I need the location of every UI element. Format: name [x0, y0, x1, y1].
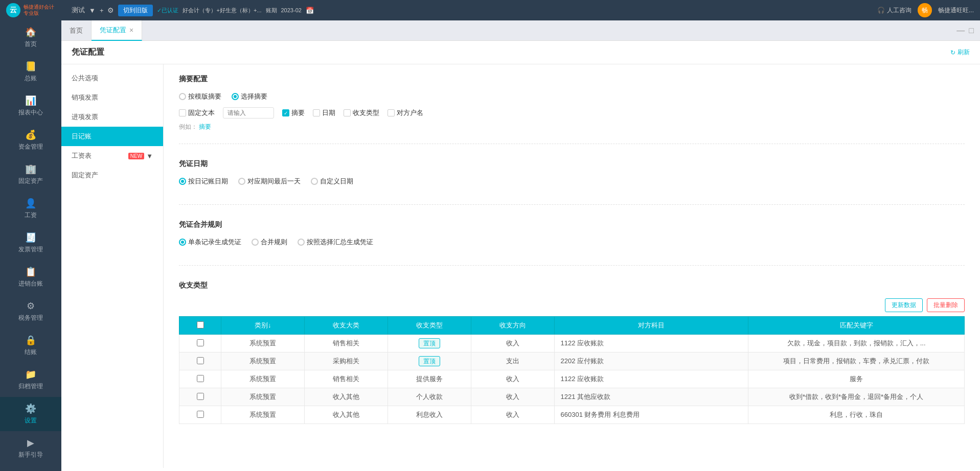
checkbox-pay-type[interactable]: 收支类型 — [344, 108, 379, 117]
top-header: 云 畅捷通好会计 专业版 测试 ▼ + ⚙ 切到旧版 ✓已认证 好会计（专）+好… — [0, 0, 980, 20]
radio-circle-template — [179, 93, 186, 100]
headphone-icon: 🎧 — [877, 7, 885, 14]
tab-actions: — □ — [956, 26, 980, 35]
row-checkbox-1 — [179, 352, 221, 370]
dropdown-arrow-icon[interactable]: ▼ — [89, 7, 96, 14]
sidebar-item-funds[interactable]: 💰 资金管理 — [0, 123, 61, 157]
table-actions: 更新数据 批量删除 — [179, 298, 965, 312]
switch-version-button[interactable]: 切到旧版 — [118, 5, 153, 16]
row-select-1[interactable] — [197, 357, 204, 364]
row-type-4: 利息收入 — [388, 406, 471, 424]
batch-delete-button[interactable]: 批量删除 — [927, 298, 965, 312]
radio-period-last[interactable]: 对应期间最后一天 — [238, 177, 301, 186]
col-major: 收支大类 — [305, 317, 388, 335]
maximize-button[interactable]: □ — [969, 26, 974, 35]
date-radio-group: 按日记账日期 对应期间最后一天 自定义日期 — [179, 177, 965, 186]
radio-journal-date[interactable]: 按日记账日期 — [179, 177, 228, 186]
table-row: 系统预置 收入其他 利息收入 收入 660301 财务费用 利息费用 利息，行收… — [179, 406, 965, 424]
refresh-button[interactable]: ↻ 刷新 — [950, 48, 970, 57]
sidebar-label-invoice: 发票管理 — [18, 245, 43, 254]
left-menu-journal[interactable]: 日记账 — [61, 127, 163, 146]
sidebar-item-payroll[interactable]: 👤 工资 — [0, 192, 61, 226]
row-keywords-0: 欠款，现金，项目款，到款，报销款，汇入，... — [748, 335, 965, 352]
row-category-2: 系统预置 — [221, 370, 305, 388]
row-major-3: 收入其他 — [305, 388, 388, 406]
page-title: 凭证配置 — [72, 47, 104, 58]
avatar: 畅 — [918, 3, 932, 17]
sidebar-item-ledger[interactable]: 📒 总账 — [0, 55, 61, 89]
radio-circle-custom — [311, 178, 318, 185]
checkbox-box-summary: ✓ — [282, 109, 289, 116]
sidebar-label-archive: 归档管理 — [18, 382, 43, 391]
update-data-button[interactable]: 更新数据 — [885, 298, 923, 312]
invoice-icon: 🧾 — [25, 232, 36, 243]
tab-close-icon[interactable]: × — [129, 26, 133, 34]
checkbox-box-fixed-text — [179, 109, 186, 116]
sidebar-item-archive[interactable]: 📁 归档管理 — [0, 363, 61, 397]
left-menu-public[interactable]: 公共选项 — [61, 68, 163, 88]
left-menu-fixed[interactable]: 固定资产 — [61, 166, 163, 185]
sidebar-item-guide[interactable]: ▶ 新手引导 — [0, 431, 61, 465]
tab-home[interactable]: 首页 — [61, 20, 92, 41]
header-right: 🎧 人工咨询 畅 畅捷通旺旺... — [877, 3, 974, 17]
sidebar-item-member[interactable]: V 畅会员 — [0, 465, 61, 471]
calendar-icon[interactable]: 📅 — [306, 7, 314, 14]
col-subject: 对方科目 — [554, 317, 748, 335]
row-select-4[interactable] — [197, 411, 204, 418]
radio-select[interactable]: 选择摘要 — [232, 92, 267, 101]
add-icon[interactable]: + — [100, 7, 104, 14]
tab-voucher-config[interactable]: 凭证配置 × — [92, 20, 142, 41]
logo-area: 云 畅捷通好会计 专业版 — [6, 3, 67, 17]
radio-single[interactable]: 单条记录生成凭证 — [179, 238, 241, 247]
funds-icon: 💰 — [25, 129, 36, 140]
sidebar-label-fixed-assets: 固定资产 — [18, 177, 43, 185]
logo-text: 畅捷通好会计 专业版 — [24, 4, 54, 16]
row-subject-1: 2202 应付账款 — [554, 352, 748, 370]
radio-summary-gen[interactable]: 按照选择汇总生成凭证 — [298, 238, 373, 247]
income-expense-table: 类别↓ 收支大类 收支类型 收支方向 对方科目 匹配关键字 — [179, 316, 965, 424]
col-category[interactable]: 类别↓ — [221, 317, 305, 335]
row-select-3[interactable] — [197, 393, 204, 400]
col-checkbox — [179, 317, 221, 335]
checkbox-box-counter-name — [388, 109, 395, 116]
minimize-button[interactable]: — — [956, 26, 965, 35]
checkbox-summary[interactable]: ✓ 摘要 — [282, 108, 305, 117]
sidebar-item-reports[interactable]: 📊 报表中心 — [0, 89, 61, 123]
left-menu-sales[interactable]: 销项发票 — [61, 88, 163, 107]
sidebar-item-home[interactable]: 🏠 首页 — [0, 20, 61, 55]
table-row: 系统预置 收入其他 个人收款 收入 1221 其他应收款 收到*借款，收到*备用… — [179, 388, 965, 406]
row-major-2: 销售相关 — [305, 370, 388, 388]
checkbox-date[interactable]: 日期 — [313, 108, 335, 117]
radio-merge[interactable]: 合并规则 — [252, 238, 287, 247]
checkbox-fixed-text[interactable]: 固定文本 — [179, 108, 215, 117]
radio-template[interactable]: 按模版摘要 — [179, 92, 221, 101]
merge-radio-group: 单条记录生成凭证 合并规则 按照选择汇总生成凭证 — [179, 238, 965, 247]
fixed-text-input[interactable] — [223, 107, 274, 119]
row-select-2[interactable] — [197, 375, 204, 382]
left-menu-purchase[interactable]: 进项发票 — [61, 107, 163, 127]
example-text: 例如： 摘要 — [179, 123, 965, 131]
reports-icon: 📊 — [25, 95, 36, 106]
sidebar-item-settings[interactable]: ⚙️ 设置 — [0, 397, 61, 431]
col-direction: 收支方向 — [471, 317, 554, 335]
radio-circle-single — [179, 239, 186, 246]
left-menu-payroll[interactable]: 工资表 NEW ▼ — [61, 146, 163, 166]
sidebar-item-invoice[interactable]: 🧾 发票管理 — [0, 226, 61, 260]
radio-circle-summary-gen — [298, 239, 305, 246]
radio-custom-date[interactable]: 自定义日期 — [311, 177, 353, 186]
sidebar-item-fixed-assets[interactable]: 🏢 固定资产 — [0, 157, 61, 192]
table-row: 系统预置 销售相关 置顶 收入 1122 应收账款 欠款，现金，项目款，到款，报… — [179, 335, 965, 352]
row-keywords-1: 项目，日常费用，报销款，车费，承兑汇票，付款 — [748, 352, 965, 370]
type-tag-1[interactable]: 置顶 — [419, 356, 440, 366]
type-tag-0[interactable]: 置顶 — [419, 338, 440, 348]
settings-icon[interactable]: ⚙ — [107, 6, 114, 14]
sidebar-item-close[interactable]: 🔒 结账 — [0, 328, 61, 363]
sidebar-item-tax[interactable]: ⚙ 税务管理 — [0, 294, 61, 328]
sidebar-item-sales[interactable]: 📋 进销台账 — [0, 260, 61, 294]
company-name: 测试 — [72, 6, 85, 15]
select-all-checkbox[interactable] — [197, 321, 204, 328]
row-select-0[interactable] — [197, 339, 204, 346]
checkbox-counter-name[interactable]: 对方户名 — [388, 108, 423, 117]
service-button[interactable]: 🎧 人工咨询 — [877, 6, 911, 15]
row-direction-2: 收入 — [471, 370, 554, 388]
